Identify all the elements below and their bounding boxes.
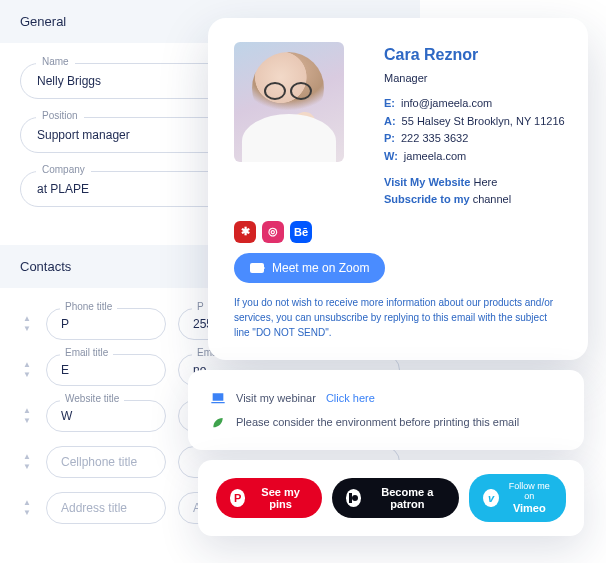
signature-preview-card: Cara Reznor Manager E:info@jameela.com A… xyxy=(208,18,588,360)
instagram-icon[interactable]: ◎ xyxy=(262,221,284,243)
drag-handle-icon[interactable]: ▲▼ xyxy=(20,499,34,517)
field-phone-title: Phone title xyxy=(46,308,166,340)
patreon-label: Become a patron xyxy=(369,486,445,510)
label-website-title: Website title xyxy=(60,393,124,404)
field-address-title xyxy=(46,492,166,524)
environment-text: Please consider the environment before p… xyxy=(236,416,519,428)
addr-value: 55 Halsey St Brooklyn, NY 11216 xyxy=(402,115,565,127)
signature-address: A:55 Halsey St Brooklyn, NY 11216 xyxy=(384,113,565,131)
vimeo-label-b: Vimeo xyxy=(507,502,552,514)
drag-handle-icon[interactable]: ▲▼ xyxy=(20,453,34,471)
vimeo-icon: v xyxy=(483,489,498,507)
signature-info: Cara Reznor Manager E:info@jameela.com A… xyxy=(384,42,565,209)
label-email-title: Email title xyxy=(60,347,113,358)
avatar xyxy=(234,42,344,162)
signature-job-title: Manager xyxy=(384,70,565,88)
input-address-title[interactable] xyxy=(46,492,166,524)
field-email-title: Email title xyxy=(46,354,166,386)
visit-website-suffix: Here xyxy=(470,176,497,188)
glasses-icon xyxy=(264,82,312,98)
visit-website-link[interactable]: Visit My Website xyxy=(384,176,470,188)
yelp-icon[interactable]: ✱ xyxy=(234,221,256,243)
addr-key: A: xyxy=(384,115,396,127)
drag-handle-icon[interactable]: ▲▼ xyxy=(20,361,34,379)
email-value: info@jameela.com xyxy=(401,97,492,109)
thumbs-up-icon xyxy=(292,110,319,143)
social-icons: ✱ ◎ Bē xyxy=(234,221,562,243)
signature-disclaimer: If you do not wish to receive more infor… xyxy=(234,295,562,340)
vimeo-label: Follow me on Vimeo xyxy=(507,482,552,514)
phone-value: 222 335 3632 xyxy=(401,132,468,144)
camera-icon xyxy=(250,263,264,273)
web-value: jameela.com xyxy=(404,150,466,162)
label-company: Company xyxy=(36,164,91,175)
subscribe-link[interactable]: Subscride to my xyxy=(384,193,470,205)
vimeo-label-a: Follow me on xyxy=(507,482,552,502)
drag-handle-icon[interactable]: ▲▼ xyxy=(20,407,34,425)
field-cellphone-title xyxy=(46,446,166,478)
environment-row: Please consider the environment before p… xyxy=(210,410,562,434)
subscribe-suffix: channel xyxy=(470,193,512,205)
patreon-button[interactable]: Become a patron xyxy=(332,478,459,518)
social-pills-card: P See my pins Become a patron v Follow m… xyxy=(198,460,584,536)
behance-icon[interactable]: Bē xyxy=(290,221,312,243)
phone-key: P: xyxy=(384,132,395,144)
patreon-icon xyxy=(346,489,361,507)
pinterest-button[interactable]: P See my pins xyxy=(216,478,322,518)
leaf-icon xyxy=(210,414,226,430)
signature-phone: P:222 335 3632 xyxy=(384,130,565,148)
signature-top: Cara Reznor Manager E:info@jameela.com A… xyxy=(234,42,562,209)
webinar-icon xyxy=(210,390,226,406)
label-name: Name xyxy=(36,56,75,67)
zoom-button-label: Meet me on Zoom xyxy=(272,261,369,275)
webinar-row: Visit my webinar Click here xyxy=(210,386,562,410)
email-key: E: xyxy=(384,97,395,109)
label-phone-value: P xyxy=(192,301,209,312)
label-phone-title: Phone title xyxy=(60,301,117,312)
input-cellphone-title[interactable] xyxy=(46,446,166,478)
field-website-title: Website title xyxy=(46,400,166,432)
input-email-title[interactable] xyxy=(46,354,166,386)
signature-email: E:info@jameela.com xyxy=(384,95,565,113)
addons-card: Visit my webinar Click here Please consi… xyxy=(188,370,584,450)
pinterest-icon: P xyxy=(230,489,245,507)
web-key: W: xyxy=(384,150,398,162)
zoom-button[interactable]: Meet me on Zoom xyxy=(234,253,385,283)
webinar-link[interactable]: Click here xyxy=(326,392,375,404)
drag-handle-icon[interactable]: ▲▼ xyxy=(20,315,34,333)
webinar-text: Visit my webinar xyxy=(236,392,316,404)
pinterest-label: See my pins xyxy=(253,486,308,510)
vimeo-button[interactable]: v Follow me on Vimeo xyxy=(469,474,566,522)
signature-links: Visit My Website Here Subscride to my ch… xyxy=(384,174,565,209)
label-position: Position xyxy=(36,110,84,121)
input-website-title[interactable] xyxy=(46,400,166,432)
signature-website: W:jameela.com xyxy=(384,148,565,166)
signature-name: Cara Reznor xyxy=(384,42,565,68)
input-phone-title[interactable] xyxy=(46,308,166,340)
